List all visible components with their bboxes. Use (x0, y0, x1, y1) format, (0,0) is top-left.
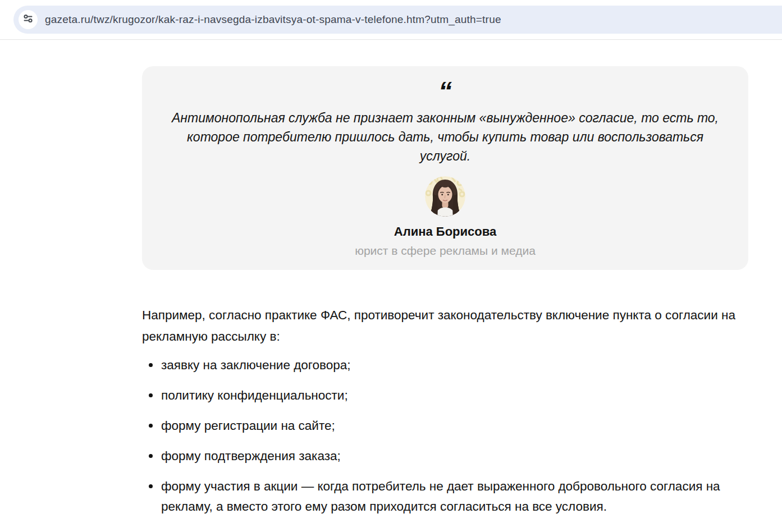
list-item: политику конфиденциальности; (149, 386, 748, 406)
list-item: форму подтверждения заказа; (149, 446, 748, 466)
list-item: форму участия в акции — когда потребител… (149, 476, 748, 517)
article-bullet-list: заявку на заключение договора; политику … (142, 355, 748, 517)
article-content: “ Антимонопольная служба не признает зак… (142, 66, 748, 517)
article-paragraph: Например, согласно практике ФАС, противо… (142, 305, 748, 347)
quote-mark-icon: “ (161, 77, 729, 106)
author-name: Алина Борисова (161, 224, 729, 239)
tune-icon (22, 13, 34, 26)
url-text[interactable]: gazeta.ru/twz/krugozor/kak-raz-i-navsegd… (45, 13, 501, 26)
quote-card: “ Антимонопольная служба не признает зак… (142, 66, 748, 270)
browser-toolbar: gazeta.ru/twz/krugozor/kak-raz-i-navsegd… (0, 0, 782, 34)
list-item: форму регистрации на сайте; (149, 416, 748, 436)
avatar (425, 176, 465, 217)
list-item: заявку на заключение договора; (149, 355, 748, 375)
quote-text: Антимонопольная служба не признает закон… (162, 108, 728, 166)
toolbar-divider (0, 39, 782, 40)
site-settings-button[interactable] (19, 10, 38, 29)
author-role: юрист в сфере рекламы и медиа (161, 244, 729, 258)
url-bar[interactable]: gazeta.ru/twz/krugozor/kak-raz-i-navsegd… (13, 6, 782, 34)
